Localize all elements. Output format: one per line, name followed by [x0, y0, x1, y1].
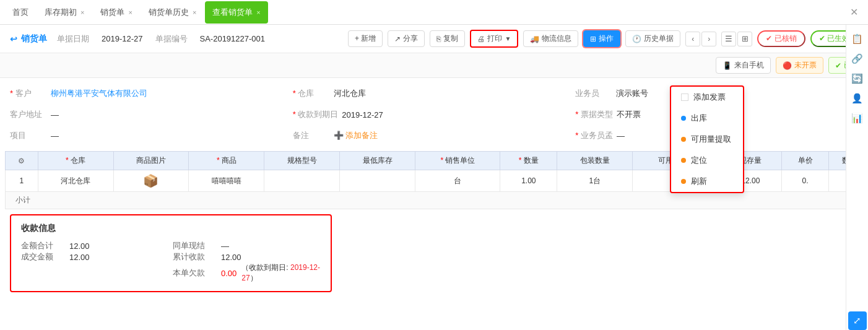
gear-icon[interactable]: ⚙	[18, 157, 25, 165]
tab-home-label: 首页	[12, 7, 28, 18]
doc-icon: ↩	[10, 34, 17, 44]
col-price: 单价	[781, 152, 829, 170]
cancelled-label: 已核销	[775, 34, 797, 43]
staff-label: 业务员	[575, 88, 612, 99]
address-label: 客户地址	[10, 109, 47, 120]
tab-sales-close[interactable]: ×	[128, 9, 132, 16]
blue-dot-icon	[681, 116, 686, 121]
add-button[interactable]: + 新增	[348, 30, 383, 47]
nav-arrows: ‹ ›	[685, 32, 716, 46]
tab-view-sales[interactable]: 查看销货单 ×	[205, 1, 267, 24]
not-open-button[interactable]: 🔴 未开票	[776, 57, 823, 74]
cancelled-button[interactable]: ✔ 已核销	[757, 30, 805, 47]
doc-title-text: 销货单	[21, 33, 47, 45]
col-spec: 规格型号	[264, 152, 340, 170]
product-image: 📦	[143, 174, 158, 188]
deal-row: 成交金额 12.00	[21, 251, 169, 263]
row-seq: 1	[6, 170, 38, 192]
doc-meta: 单据日期 2019-12-27 单据编号 SA-20191227-001	[57, 33, 265, 45]
document-header: ↩ 销货单 单据日期 2019-12-27 单据编号 SA-20191227-0…	[0, 25, 868, 53]
cumulative-row: 累计收款 12.00	[173, 251, 321, 263]
window-close-button[interactable]: ✕	[845, 6, 863, 18]
project-label: 项目	[10, 130, 47, 141]
row-price: 0.	[781, 170, 829, 192]
invoice-label: 票据类型	[575, 109, 613, 120]
operation-icon: ⊞	[590, 35, 596, 43]
sidebar-expand-icon[interactable]: ⤢	[848, 311, 867, 330]
logistics-button[interactable]: 🚚 物流信息	[523, 30, 578, 47]
print-button[interactable]: 🖨 打印 ▼	[470, 30, 518, 48]
print-dropdown-arrow: ▼	[505, 35, 511, 42]
dropdown-outbound[interactable]: 出库	[671, 108, 743, 129]
from-phone-button[interactable]: 📱 来自手机	[716, 57, 771, 74]
dropdown-available-qty[interactable]: 可用量提取	[671, 129, 743, 150]
row-pack-qty: 1台	[557, 170, 633, 192]
orange-dot-icon-2	[681, 158, 686, 163]
cancelled-icon: ✔	[766, 34, 772, 43]
dropdown-refresh[interactable]: 刷新	[671, 171, 743, 192]
col-product: 商品	[189, 152, 264, 170]
project-value: —	[51, 131, 59, 141]
total-label: 金额合计	[21, 240, 64, 251]
total-row: 金额合计 12.00	[21, 240, 169, 251]
col-warehouse: 仓库	[38, 152, 113, 170]
list-view-button[interactable]: ☰	[721, 32, 736, 46]
payment-right: 同单现结 — 累计收款 12.00 本单欠款 0.00 （收款到期日: 2019…	[173, 240, 321, 284]
tab-home[interactable]: 首页	[5, 1, 36, 24]
number-label: 单据编号	[155, 33, 188, 45]
payment-grid: 金额合计 12.00 成交金额 12.00 同单现结 — 累计收款	[21, 240, 321, 284]
tab-inventory-close[interactable]: ×	[80, 9, 84, 16]
next-button[interactable]: ›	[701, 32, 716, 46]
same-order-row: 同单现结 —	[173, 240, 321, 251]
copy-label: 复制	[443, 33, 458, 44]
sidebar-link-icon[interactable]: 🔗	[848, 50, 867, 68]
tab-view-sales-close[interactable]: ×	[256, 9, 260, 16]
row-warehouse: 河北仓库	[38, 170, 113, 192]
share-label: 分享	[403, 33, 418, 44]
note-add-button[interactable]: ➕ 添加备注	[334, 130, 378, 141]
operation-button[interactable]: ⊞ 操作	[583, 30, 620, 47]
copy-icon: ⎘	[436, 35, 441, 43]
operation-label: 操作	[599, 33, 614, 44]
from-phone-label: 来自手机	[734, 60, 764, 71]
customer-value[interactable]: 柳州粤港平安气体有限公司	[51, 88, 147, 99]
project-field: 项目 —	[10, 128, 293, 144]
prev-button[interactable]: ‹	[685, 32, 700, 46]
sidebar-refresh-icon[interactable]: 🔄	[848, 69, 867, 88]
tab-sales-history[interactable]: 销货单历史 ×	[141, 1, 204, 24]
invoice-value: 不开票	[617, 109, 641, 120]
history-button[interactable]: 🕐 历史单据	[625, 30, 680, 47]
due-date-label: 收款到期日	[293, 109, 339, 120]
customer-field: 客户 柳州粤港平安气体有限公司	[10, 85, 293, 102]
sidebar-doc-icon[interactable]: 📋	[848, 30, 867, 48]
copy-button[interactable]: ⎘ 复制	[430, 30, 465, 47]
tab-sales-history-close[interactable]: ×	[193, 9, 196, 16]
sidebar-chart-icon[interactable]: 📊	[848, 109, 867, 128]
tab-inventory[interactable]: 库存期初 ×	[37, 1, 92, 24]
col-pack-qty: 包装数量	[557, 152, 633, 170]
owed-label: 本单欠款	[173, 267, 216, 279]
due-date-field: 收款到期日 2019-12-27	[293, 106, 576, 123]
tab-sales-history-label: 销货单历史	[149, 7, 189, 18]
print-label: 打印	[487, 33, 502, 44]
sub-action-bar: 📱 来自手机 🔴 未开票 ✔ 已	[0, 53, 868, 78]
dropdown-add-invoice[interactable]: 添加发票	[671, 87, 743, 108]
print-icon: 🖨	[477, 35, 485, 43]
not-open-icon: 🔴	[783, 61, 792, 70]
phone-icon: 📱	[723, 61, 732, 70]
row-qty: 1.00	[500, 170, 557, 192]
sidebar-user-icon[interactable]: 👤	[848, 89, 867, 108]
business-staff-label: 业务员孟	[575, 130, 613, 141]
total-value: 12.00	[69, 241, 90, 251]
dropdown-locate[interactable]: 定位	[671, 150, 743, 171]
tab-sales[interactable]: 销货单 ×	[93, 1, 139, 24]
tab-bar: 首页 库存期初 × 销货单 × 销货单历史 × 查看销货单 × ✕	[0, 0, 868, 25]
grid-view-button[interactable]: ⊞	[737, 32, 752, 46]
subtotal-label: 小计	[6, 192, 863, 209]
note-field: 备注 ➕ 添加备注	[293, 128, 576, 144]
col-gear: ⚙	[6, 152, 38, 170]
address-value: —	[51, 110, 59, 119]
share-button[interactable]: ↗ 分享	[388, 30, 425, 47]
owed-date: 2019-12-27	[241, 263, 320, 282]
right-sidebar: 📋 🔗 🔄 👤 📊 ⤢	[846, 25, 868, 330]
